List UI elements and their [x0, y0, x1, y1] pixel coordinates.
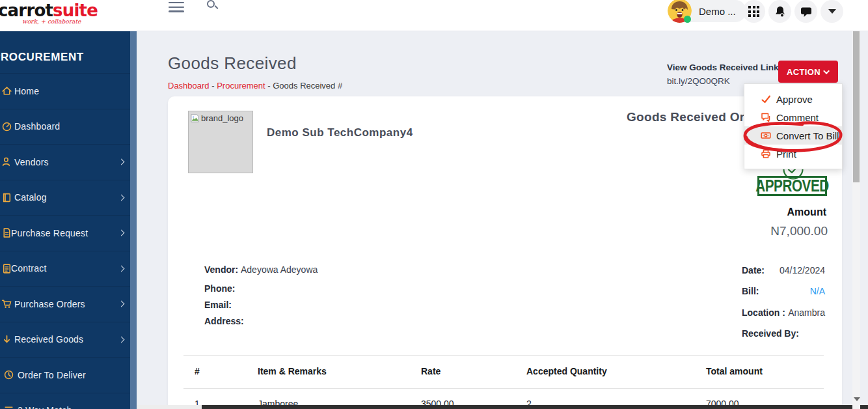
- apps-grid-button[interactable]: [742, 0, 765, 23]
- breadcrumb-dashboard[interactable]: Dashboard: [168, 81, 210, 91]
- brand-logo-alt-text: brand_logo: [201, 113, 243, 123]
- notifications-button[interactable]: [768, 0, 791, 23]
- menu-icon[interactable]: [169, 2, 184, 12]
- dashboard-icon: [1, 121, 12, 132]
- location-label: Location :: [742, 307, 785, 318]
- print-icon: [761, 148, 771, 159]
- sidebar-item-received-goods[interactable]: Received Goods: [0, 322, 130, 358]
- sidebar-item-catalog[interactable]: Catalog: [0, 180, 130, 216]
- sidebar-item-label: Contract: [11, 263, 47, 274]
- search-icon[interactable]: [207, 0, 220, 13]
- received-by-label: Received By:: [742, 328, 799, 339]
- menu-item-comment[interactable]: Comment: [744, 108, 842, 126]
- col-header-total-amount: Total amount: [706, 366, 824, 376]
- col-header-item-remarks: Item & Remarks: [258, 366, 421, 376]
- vertical-scrollbar-thumb[interactable]: [853, 31, 860, 182]
- apps-grid-icon: [748, 6, 759, 17]
- amount-value: N7,000.00: [770, 224, 828, 238]
- action-button-label: ACTION: [787, 67, 821, 77]
- online-status-dot: [684, 16, 691, 23]
- sidebar-item-label: Dashboard: [14, 121, 60, 132]
- line-items-table: # Item & Remarks Rate Accepted Quantity …: [183, 355, 824, 409]
- breadcrumb-separator: -: [211, 81, 214, 91]
- scroll-down-arrow[interactable]: [854, 397, 860, 401]
- logo-text: carrotsuite: [0, 1, 98, 20]
- sidebar: PROCUREMENT Home Dashboard Vendors Catal…: [0, 31, 130, 409]
- action-button[interactable]: ACTION: [778, 61, 838, 83]
- brand-logo-placeholder: brand_logo: [188, 111, 253, 173]
- menu-item-convert-to-bill[interactable]: Convert To Bill: [744, 126, 842, 145]
- chevron-right-icon: [118, 336, 125, 343]
- menu-item-approve[interactable]: Approve: [744, 90, 842, 108]
- sidebar-item-purchase-orders[interactable]: Purchase Orders: [0, 286, 130, 322]
- order-to-deliver-icon: [3, 369, 14, 380]
- three-way-match-icon: [3, 405, 14, 409]
- logo-part-1: carrot: [0, 1, 53, 20]
- vendor-value: Adeyowa Adeyowa: [241, 264, 318, 275]
- chat-icon: [800, 5, 813, 18]
- phone-label: Phone:: [204, 283, 235, 294]
- sidebar-item-label: Catalog: [14, 192, 47, 203]
- location-value: Anambra: [788, 307, 825, 318]
- sidebar-item-label: Received Goods: [14, 334, 83, 345]
- breadcrumb: Dashboard - Procurement - Goods Received…: [168, 81, 342, 91]
- chevron-right-icon: [118, 265, 125, 272]
- col-header-number: #: [195, 366, 258, 376]
- chevron-right-icon: [118, 230, 125, 236]
- breadcrumb-procurement[interactable]: Procurement: [217, 81, 265, 91]
- goods-received-document: brand_logo Demo Sub TechCompany4 Goods R…: [168, 96, 842, 409]
- more-options-button[interactable]: [821, 0, 843, 23]
- email-label: Email:: [204, 300, 232, 310]
- check-icon: [761, 94, 771, 104]
- purchase-orders-icon: [1, 298, 12, 309]
- address-label: Address:: [204, 316, 244, 326]
- received-goods-icon: [1, 334, 12, 345]
- chevron-right-icon: [118, 301, 125, 307]
- sidebar-item-order-to-deliver[interactable]: Order To Deliver: [0, 357, 130, 393]
- bill-icon: [761, 130, 771, 141]
- broken-image-icon: [190, 113, 200, 123]
- bill-value-link[interactable]: N/A: [810, 286, 825, 296]
- sidebar-item-label: Vendors: [14, 157, 49, 167]
- sidebar-item-purchase-request[interactable]: Purchase Request: [0, 215, 130, 251]
- bill-label: Bill:: [742, 286, 759, 296]
- sidebar-scrollbar[interactable]: [130, 31, 137, 409]
- sidebar-item-contract[interactable]: Contract: [0, 251, 130, 287]
- comment-icon: [761, 112, 771, 122]
- home-icon: [1, 85, 12, 96]
- table-header-row: # Item & Remarks Rate Accepted Quantity …: [183, 356, 824, 389]
- carrotsuite-logo[interactable]: carrotsuite work, + collaborate: [0, 1, 98, 25]
- logo-part-2: suite: [53, 1, 98, 20]
- amount-label: Amount: [787, 206, 826, 218]
- action-dropdown-menu: Approve Comment Convert To Bill Print: [744, 83, 843, 169]
- bell-icon: [774, 5, 787, 18]
- date-label: Date:: [742, 265, 765, 275]
- horizontal-scrollbar-thumb[interactable]: [202, 405, 868, 409]
- date-value: 04/12/2024: [780, 265, 825, 275]
- chevron-down-icon: [823, 68, 830, 74]
- sidebar-item-home[interactable]: Home: [0, 73, 130, 109]
- menu-item-label: Approve: [776, 94, 813, 105]
- view-goods-received-link-url[interactable]: bit.ly/2QO0QRK: [667, 76, 730, 86]
- sidebar-item-vendors[interactable]: Vendors: [0, 144, 130, 180]
- vendors-icon: [1, 156, 12, 167]
- sidebar-item-label: Purchase Orders: [14, 299, 85, 309]
- page-title: Goods Received: [168, 53, 297, 74]
- chevron-right-icon: [118, 194, 125, 201]
- col-header-accepted-quantity: Accepted Quantity: [526, 366, 706, 376]
- col-header-rate: Rate: [421, 366, 526, 376]
- menu-item-label: Print: [776, 148, 796, 160]
- menu-item-print[interactable]: Print: [744, 145, 842, 163]
- status-badge: APPROVED: [757, 176, 827, 196]
- sidebar-item-label: Home: [14, 86, 39, 96]
- sidebar-item-dashboard[interactable]: Dashboard: [0, 109, 130, 145]
- sidebar-item-label: Order To Deliver: [18, 370, 86, 380]
- user-name: Demo ...: [699, 6, 736, 17]
- view-goods-received-link-label: View Goods Received Link: [667, 63, 779, 72]
- breadcrumb-separator: -: [267, 81, 270, 91]
- messages-button[interactable]: [794, 0, 817, 23]
- sidebar-item-label: Purchase Request: [11, 228, 88, 238]
- sidebar-item-3-way-match[interactable]: 3 Way Match: [0, 393, 130, 409]
- sidebar-item-label: 3 Way Match: [18, 405, 72, 409]
- chevron-down-icon: [828, 9, 836, 14]
